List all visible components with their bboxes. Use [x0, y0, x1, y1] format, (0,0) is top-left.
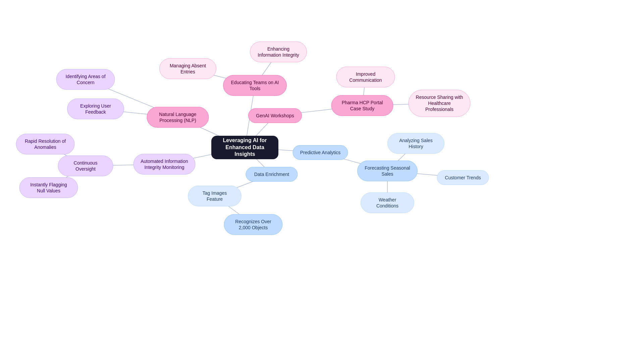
- node-data-enrichment[interactable]: Data Enrichment: [246, 167, 298, 182]
- node-analyzing[interactable]: Analyzing Sales History: [387, 133, 444, 154]
- node-instantly[interactable]: Instantly Flagging Null Values: [19, 177, 78, 198]
- node-resource[interactable]: Resource Sharing with Healthcare Profess…: [409, 90, 471, 117]
- node-customer[interactable]: Customer Trends: [437, 170, 489, 185]
- node-educating[interactable]: Educating Teams on AI Tools: [223, 75, 287, 96]
- node-forecasting[interactable]: Forecasting Seasonal Sales: [357, 161, 418, 181]
- center-node[interactable]: Leveraging AI for Enhanced Data Insights: [211, 136, 278, 159]
- node-pharma[interactable]: Pharma HCP Portal Case Study: [331, 95, 393, 116]
- node-predictive[interactable]: Predictive Analytics: [293, 145, 348, 160]
- connection-lines: [0, 0, 644, 363]
- node-improved[interactable]: Improved Communication: [336, 67, 395, 87]
- node-weather[interactable]: Weather Conditions: [361, 192, 414, 213]
- node-automated[interactable]: Automated Information Integrity Monitori…: [133, 154, 196, 175]
- mind-map: Leveraging AI for Enhanced Data Insights…: [0, 0, 644, 363]
- node-nlp[interactable]: Natural Language Processing (NLP): [147, 107, 209, 128]
- node-identifying[interactable]: Identifying Areas of Concern: [56, 69, 115, 90]
- node-recognizes[interactable]: Recognizes Over 2,000 Objects: [224, 214, 283, 235]
- node-genai[interactable]: GenAI Workshops: [248, 108, 302, 123]
- node-enhancing[interactable]: Enhancing Information Integrity: [250, 42, 307, 62]
- node-rapid[interactable]: Rapid Resolution of Anomalies: [16, 134, 75, 155]
- node-managing[interactable]: Managing Absent Entries: [159, 58, 216, 79]
- node-continuous[interactable]: Continuous Oversight: [58, 156, 113, 176]
- node-tag-images[interactable]: Tag Images Feature: [188, 186, 241, 206]
- node-exploring[interactable]: Exploring User Feedback: [67, 99, 124, 119]
